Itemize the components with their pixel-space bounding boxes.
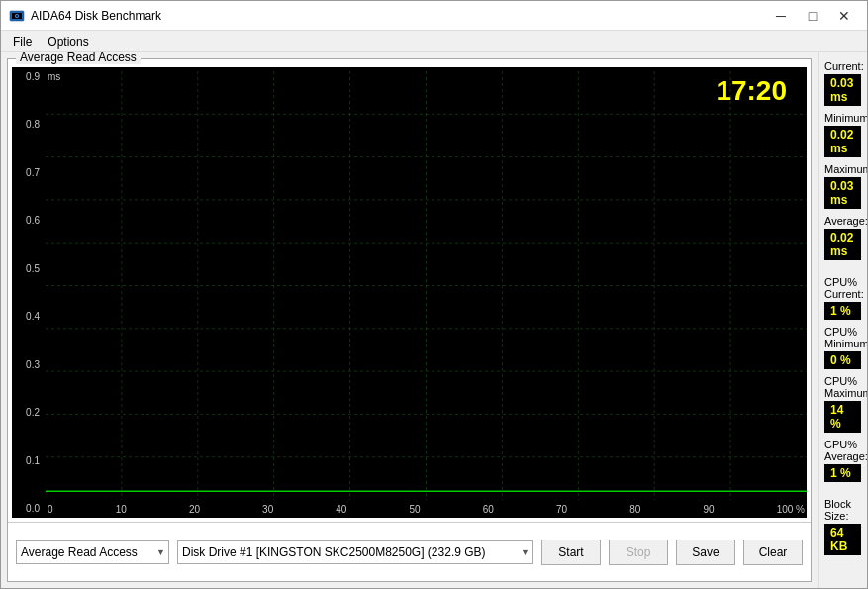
cpu-minimum-value: 0 % [824, 351, 861, 369]
left-panel: Average Read Access ms 17:20 0.9 0.8 0.7… [1, 52, 818, 588]
y-label-2: 0.2 [14, 407, 44, 418]
close-button[interactable]: ✕ [829, 5, 859, 27]
stat-cpu-minimum: CPU% Minimum: 0 % [824, 326, 861, 369]
menu-file[interactable]: File [5, 33, 40, 50]
cpu-maximum-value: 14 % [824, 401, 861, 433]
menu-options[interactable]: Options [40, 33, 96, 50]
stat-current: Current: 0.03 ms [824, 60, 861, 106]
cpu-current-label: CPU% Current: [824, 276, 861, 300]
x-label-90: 90 [703, 504, 714, 515]
average-value: 0.02 ms [824, 229, 861, 260]
title-bar-left: AIDA64 Disk Benchmark [9, 8, 161, 24]
window-controls: ─ □ ✕ [766, 5, 859, 27]
chart-svg [46, 71, 807, 500]
minimize-button[interactable]: ─ [766, 5, 796, 27]
x-label-30: 30 [262, 504, 273, 515]
block-size-label: Block Size: [824, 498, 861, 522]
y-label-6: 0.6 [14, 215, 44, 226]
stat-block-size: Block Size: 64 KB [824, 498, 861, 555]
minimum-value: 0.02 ms [824, 126, 861, 157]
y-label-0: 0.0 [14, 503, 44, 514]
maximize-button[interactable]: □ [798, 5, 827, 27]
x-label-60: 60 [483, 504, 494, 515]
stat-average: Average: 0.02 ms [824, 215, 861, 260]
drive-dropdown[interactable]: Disk Drive #1 [KINGSTON SKC2500M8250G] (… [177, 540, 533, 564]
x-label-10: 10 [116, 504, 127, 515]
drive-select-wrapper: Disk Drive #1 [KINGSTON SKC2500M8250G] (… [177, 540, 533, 564]
stat-minimum: Minimum: 0.02 ms [824, 112, 861, 157]
menu-bar: File Options [1, 31, 867, 52]
bottom-controls: Average Read Access Disk Drive #1 [KINGS… [8, 522, 811, 581]
y-label-3: 0.3 [14, 359, 44, 370]
title-bar: AIDA64 Disk Benchmark ─ □ ✕ [1, 1, 867, 31]
chart-group-title: Average Read Access [16, 52, 141, 64]
clear-button[interactable]: Clear [743, 540, 803, 565]
cpu-current-value: 1 % [824, 302, 861, 320]
main-content: Average Read Access ms 17:20 0.9 0.8 0.7… [1, 52, 867, 588]
stat-cpu-current: CPU% Current: 1 % [824, 276, 861, 320]
stat-cpu-average: CPU% Average: 1 % [824, 439, 861, 482]
x-label-50: 50 [410, 504, 421, 515]
y-label-1: 0.1 [14, 455, 44, 466]
current-value: 0.03 ms [824, 74, 861, 106]
y-axis-labels: 0.9 0.8 0.7 0.6 0.5 0.4 0.3 0.2 0.1 0.0 [12, 67, 46, 518]
maximum-value: 0.03 ms [824, 177, 861, 209]
save-button[interactable]: Save [676, 540, 735, 565]
y-label-9: 0.9 [14, 71, 44, 82]
current-label: Current: [824, 60, 861, 72]
x-label-0: 0 [48, 504, 53, 515]
x-label-40: 40 [336, 504, 346, 515]
cpu-maximum-label: CPU% Maximum: [824, 375, 861, 399]
average-label: Average: [824, 215, 861, 227]
chart-group-box: Average Read Access ms 17:20 0.9 0.8 0.7… [7, 58, 812, 582]
y-label-8: 0.8 [14, 119, 44, 130]
x-label-70: 70 [556, 504, 567, 515]
x-axis-labels: 0 10 20 30 40 50 60 70 80 90 100 % [46, 500, 807, 518]
x-label-20: 20 [189, 504, 200, 515]
stat-maximum: Maximum: 0.03 ms [824, 163, 861, 209]
benchmark-select-wrapper: Average Read Access [16, 540, 169, 564]
cpu-minimum-label: CPU% Minimum: [824, 326, 861, 349]
x-label-100: 100 % [777, 504, 805, 515]
svg-point-3 [16, 15, 18, 17]
main-window: AIDA64 Disk Benchmark ─ □ ✕ File Options… [0, 0, 868, 589]
minimum-label: Minimum: [824, 112, 861, 124]
y-label-4: 0.4 [14, 311, 44, 322]
window-title: AIDA64 Disk Benchmark [31, 9, 161, 23]
benchmark-dropdown[interactable]: Average Read Access [16, 540, 169, 564]
chart-plot [46, 71, 807, 500]
cpu-average-value: 1 % [824, 464, 861, 482]
cpu-average-label: CPU% Average: [824, 439, 861, 462]
y-label-5: 0.5 [14, 263, 44, 274]
right-panel: Current: 0.03 ms Minimum: 0.02 ms Maximu… [818, 52, 867, 588]
maximum-label: Maximum: [824, 163, 861, 175]
chart-area: ms 17:20 0.9 0.8 0.7 0.6 0.5 0.4 0.3 0.2… [12, 67, 807, 518]
start-button[interactable]: Start [541, 540, 601, 565]
x-label-80: 80 [629, 504, 640, 515]
block-size-value: 64 KB [824, 524, 861, 555]
stop-button[interactable]: Stop [609, 540, 668, 565]
stat-cpu-maximum: CPU% Maximum: 14 % [824, 375, 861, 433]
y-label-7: 0.7 [14, 167, 44, 178]
app-icon [9, 8, 25, 24]
